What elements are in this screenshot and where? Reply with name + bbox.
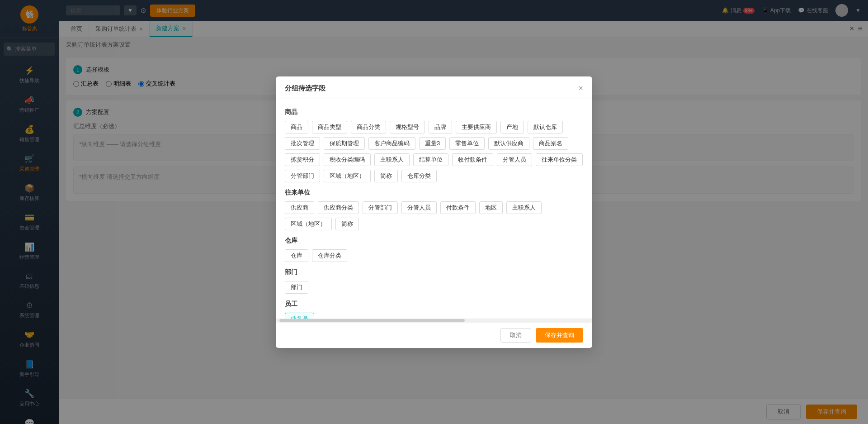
field-expiry-mgmt[interactable]: 保质期管理 <box>324 137 365 150</box>
field-weight3[interactable]: 重量3 <box>419 137 446 150</box>
field-spec-model[interactable]: 规格型号 <box>390 121 425 133</box>
section-title-goods: 商品 <box>285 108 583 116</box>
field-brand[interactable]: 品牌 <box>429 121 452 133</box>
field-supervisor2[interactable]: 分管人员 <box>401 201 437 214</box>
field-pick-points[interactable]: 拣货积分 <box>285 153 320 166</box>
field-abbr2[interactable]: 简称 <box>335 218 359 230</box>
field-dept-managed[interactable]: 分管部门 <box>285 170 320 182</box>
field-payment-terms[interactable]: 收付款条件 <box>452 153 493 166</box>
field-goods[interactable]: 商品 <box>285 121 308 133</box>
section-title-warehouse: 仓库 <box>285 237 583 245</box>
field-goods-type[interactable]: 商品类型 <box>312 121 347 133</box>
field-abbr[interactable]: 简称 <box>374 170 398 182</box>
modal-close-btn[interactable]: × <box>578 84 583 93</box>
field-area[interactable]: 地区 <box>479 201 503 214</box>
field-goods-category[interactable]: 商品分类 <box>351 121 386 133</box>
modal-header: 分组待选字段 × <box>276 76 592 99</box>
employee-fields: 业务员 <box>285 313 583 319</box>
field-warehouse[interactable]: 仓库 <box>285 249 308 262</box>
field-region2[interactable]: 区域（地区） <box>285 218 332 230</box>
field-main-supplier[interactable]: 主要供应商 <box>456 121 497 133</box>
field-region[interactable]: 区域（地区） <box>324 170 371 182</box>
modal-body[interactable]: 商品 商品 商品类型 商品分类 规格型号 品牌 主要供应商 产地 默认仓库 批次… <box>276 99 592 319</box>
dept-fields: 部门 <box>285 281 583 294</box>
goods-fields: 商品 商品类型 商品分类 规格型号 品牌 主要供应商 产地 默认仓库 批次管理 … <box>285 121 583 182</box>
modal-confirm-btn[interactable]: 保存并查询 <box>536 328 583 343</box>
field-warehouse-category[interactable]: 仓库分类 <box>312 249 347 262</box>
section-title-dept: 部门 <box>285 268 583 276</box>
modal-title: 分组待选字段 <box>285 84 326 93</box>
modal-hscroll <box>276 319 592 322</box>
field-default-supplier[interactable]: 默认供应商 <box>488 137 529 150</box>
warehouse-fields: 仓库 仓库分类 <box>285 249 583 262</box>
field-default-warehouse[interactable]: 默认仓库 <box>528 121 563 133</box>
field-customer-code[interactable]: 客户商品编码 <box>368 137 415 150</box>
field-salesperson[interactable]: 业务员 <box>285 313 314 319</box>
field-supplier-cat[interactable]: 供应商分类 <box>318 201 359 214</box>
section-title-counterpart: 往来单位 <box>285 189 583 197</box>
field-main-contact[interactable]: 主联系人 <box>374 153 410 166</box>
field-settle-unit[interactable]: 结算单位 <box>413 153 448 166</box>
modal-footer: 取消 保存并查询 <box>276 322 592 348</box>
modal-overlay: 分组待选字段 × 商品 商品 商品类型 商品分类 规格型号 品牌 主要供应商 产… <box>0 0 868 424</box>
field-payment-cond[interactable]: 付款条件 <box>440 201 476 214</box>
field-dept-managed2[interactable]: 分管部门 <box>363 201 398 214</box>
field-tax-code[interactable]: 税收分类编码 <box>324 153 371 166</box>
field-dept[interactable]: 部门 <box>285 281 308 294</box>
field-origin[interactable]: 产地 <box>500 121 524 133</box>
field-supervisor[interactable]: 分管人员 <box>497 153 532 166</box>
field-partner-category[interactable]: 往来单位分类 <box>536 153 583 166</box>
field-select-modal: 分组待选字段 × 商品 商品 商品类型 商品分类 规格型号 品牌 主要供应商 产… <box>276 76 592 348</box>
field-supplier[interactable]: 供应商 <box>285 201 314 214</box>
modal-cancel-btn[interactable]: 取消 <box>500 328 531 343</box>
hscroll-thumb <box>279 319 465 322</box>
section-title-employee: 员工 <box>285 300 583 308</box>
field-batch-mgmt[interactable]: 批次管理 <box>285 137 320 150</box>
field-warehouse-cat[interactable]: 仓库分类 <box>401 170 437 182</box>
field-main-contact2[interactable]: 主联系人 <box>506 201 542 214</box>
field-goods-alias[interactable]: 商品别名 <box>533 137 568 150</box>
field-retail-unit[interactable]: 零售单位 <box>449 137 485 150</box>
counterpart-fields: 供应商 供应商分类 分管部门 分管人员 付款条件 地区 主联系人 区域（地区） … <box>285 201 583 230</box>
